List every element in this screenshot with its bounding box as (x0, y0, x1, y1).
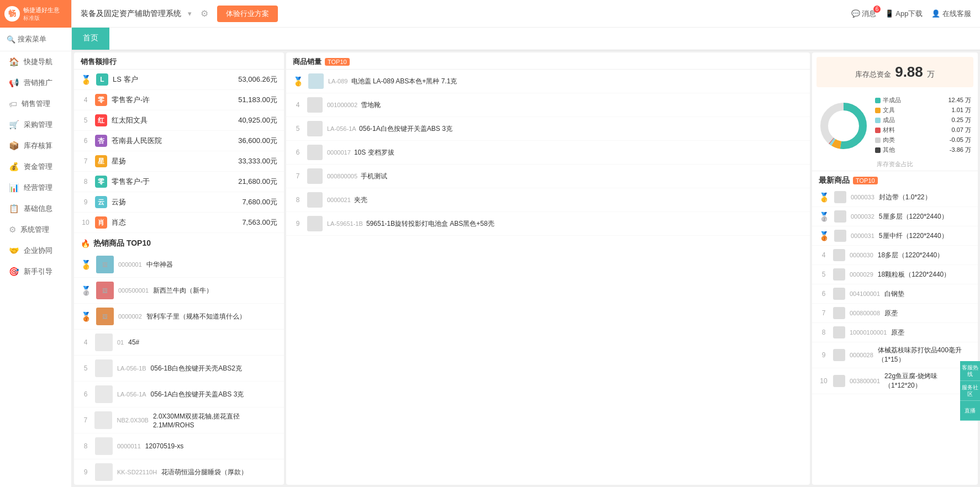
list-item: 4 0000030 18多层（1220*2440） (812, 246, 978, 265)
list-item: 9 LA-59651-1B 59651-1B旋转投影灯电池盒 ABS黑色+58壳 (286, 212, 810, 236)
legend-item: 肉类 -0.05 万 (875, 136, 971, 144)
rank-number: 4 (81, 338, 91, 346)
list-item: 🥈 0000032 5厘多层（1220*2440） (812, 207, 978, 226)
dropdown-arrow-icon[interactable]: ▾ (188, 9, 192, 18)
product-code: 000800005 (327, 173, 361, 179)
message-badge: 6 (873, 6, 881, 13)
search-menu-button[interactable]: 🔍 搜索菜单 (4, 32, 67, 46)
guide-icon: 🎯 (9, 267, 19, 277)
rank-number: 9 (819, 351, 829, 359)
product-code: 01 (117, 339, 124, 346)
customer-rank-list: 🥇 L LS 客户 53,006.26元 4 零 零售客户-许 51,183.0… (74, 70, 284, 233)
messages-button[interactable]: 💬 消息 6 (851, 9, 877, 19)
sidebar-item-marketing[interactable]: 📢 营销推广 (0, 72, 71, 93)
sidebar-item-basic-info[interactable]: 📋 基础信息 (0, 198, 71, 219)
legend-name: 半成品 (883, 96, 946, 104)
rank-number: 5 (293, 125, 303, 133)
sales-icon: 🏷 (9, 99, 17, 109)
rank-number: 8 (81, 178, 91, 186)
product-info: 000800005 手机测试 (327, 172, 803, 181)
tab-home[interactable]: 首页 (72, 28, 109, 50)
customer-name: 零售客户-许 (112, 95, 234, 105)
donut-chart-svg (819, 101, 868, 151)
middle-panel: 商品销量 TOP10 🥇 LA-089 电池盖 LA-089 ABS本色+黑种 … (286, 52, 810, 485)
customer-value: 51,183.00元 (238, 95, 277, 105)
enterprise-icon: 🤝 (9, 246, 19, 256)
customer-name: 星扬 (112, 156, 234, 166)
product-name: 10S 变档罗拔 (354, 149, 394, 156)
product-name: 智利车子里（规格不知道填什么） (146, 312, 246, 321)
medal-icon: 🥈 (81, 285, 92, 296)
list-item: 🥉 🖼 0000002 智利车子里（规格不知道填什么） (74, 304, 284, 330)
list-item: 7 000800005 手机测试 (286, 165, 810, 188)
list-item: 10 003800001 22g鱼豆腐-烧烤味（1*12*20） (812, 368, 978, 394)
product-name: 45# (128, 338, 139, 346)
list-item: 4 01 45# (74, 330, 284, 356)
sidebar-item-system[interactable]: ⚙ 系统管理 (0, 219, 71, 240)
product-image (833, 307, 845, 319)
sidebar-item-sales[interactable]: 🏷 销售管理 (0, 93, 71, 114)
rank-number: 9 (293, 220, 303, 227)
list-item: 5 LA-056-1A 056-1A白色按键开关盖ABS 3克 (286, 117, 810, 141)
product-code: 004100001 (850, 290, 880, 297)
sidebar-item-inventory[interactable]: 📦 库存核算 (0, 135, 71, 156)
customer-avatar: 红 (95, 114, 107, 126)
rank-number: 4 (81, 96, 91, 104)
list-item: 8 10000100001 原垄 (812, 323, 978, 342)
product-image (95, 385, 113, 403)
product-code: 0000031 (851, 232, 874, 239)
sidebar-item-guide[interactable]: 🎯 新手引导 (0, 261, 71, 282)
product-code: 10000100001 (850, 329, 887, 336)
product-image (307, 192, 323, 208)
legend-value: -0.05 万 (950, 136, 971, 144)
float-service-panel: 客服热线 服务社区 直播 (960, 361, 980, 421)
customer-value: 36,600.00元 (238, 136, 277, 146)
customer-avatar: 肖 (95, 216, 107, 229)
inventory-value: 9.88 (895, 63, 923, 80)
list-item: 5 红 红太阳文具 40,925.00元 (74, 110, 284, 131)
product-image (307, 97, 323, 113)
product-rank-list: 🥇 LA-089 电池盖 LA-089 ABS本色+黑种 7.1克 4 0010… (286, 70, 810, 485)
legend-color (875, 147, 881, 153)
newest-products-list: 🥇 0000033 封边带（1.0*22） 🥈 0000032 5厘多层（122… (812, 188, 978, 485)
service-community-button[interactable]: 服务社区 (960, 381, 980, 401)
top-bar-right: 💬 消息 6 📱 App下载 👤 在线客服 (851, 9, 971, 19)
rank-number: 6 (81, 390, 91, 398)
sidebar-item-enterprise[interactable]: 🤝 企业协同 (0, 240, 71, 261)
product-image: 🖼 (96, 308, 114, 325)
rank-number: 5 (819, 271, 829, 278)
customer-service-hotline-button[interactable]: 客服热线 (960, 361, 980, 381)
product-name: 18颗粒板（1220*2440） (878, 270, 971, 279)
app-download-button[interactable]: 📱 App下载 (885, 9, 923, 19)
basic-info-icon: 📋 (9, 204, 19, 214)
product-name: 封边带（1.0*22） (879, 193, 971, 202)
sidebar-item-home[interactable]: 🏠 快捷导航 (0, 51, 71, 72)
sidebar-item-operations[interactable]: 📊 经营管理 (0, 177, 71, 198)
product-code: 0000028 (850, 352, 873, 358)
product-code: LA-056-1A (117, 391, 146, 398)
list-item: 6 杏 苍南县人民医院 36,600.00元 (74, 131, 284, 151)
product-name: 原垄 (891, 328, 971, 337)
list-item: 🥇 🖼 0000001 中华神器 (74, 252, 284, 278)
online-service-button[interactable]: 👤 在线客服 (931, 9, 971, 19)
sidebar-item-purchase[interactable]: 🛒 采购管理 (0, 114, 71, 135)
home-icon: 🏠 (9, 57, 19, 67)
product-image (307, 121, 323, 136)
settings-icon[interactable]: ⚙ (201, 8, 208, 19)
list-item: 🥇 LA-089 电池盖 LA-089 ABS本色+黑种 7.1克 (286, 70, 810, 93)
trial-button[interactable]: 体验行业方案 (217, 6, 278, 22)
search-icon: 🔍 (7, 35, 15, 44)
customer-avatar: 杏 (95, 135, 107, 147)
product-code: 0000032 (851, 213, 874, 220)
operations-icon: 📊 (9, 183, 19, 193)
content-area: 销售额排行 🥇 L LS 客户 53,006.26元 4 零 零售客户-许 51… (72, 50, 980, 487)
customer-avatar: 云 (95, 196, 107, 208)
list-item: 6 LA-056-1A 056-1A白色按键开关盖ABS 3克 (74, 382, 284, 407)
product-code: 000800008 (850, 310, 880, 316)
sidebar-item-finance[interactable]: 💰 资金管理 (0, 156, 71, 177)
inventory-label: 库存总资金 (855, 70, 891, 78)
live-stream-button[interactable]: 直播 (960, 401, 980, 421)
rank-number: 9 (81, 198, 91, 206)
legend-name: 肉类 (883, 136, 947, 144)
list-item: 9 KK-SD22110H 花语萌恒温分腿睡袋（厚款） (74, 459, 284, 485)
